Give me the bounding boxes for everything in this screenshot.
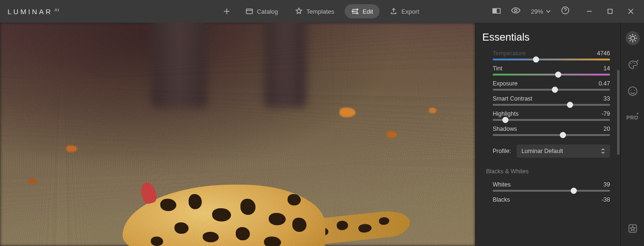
tool-essentials[interactable] [626,31,640,45]
profile-selected: Luminar Default [521,148,563,154]
slider-whites: Whites 39 [493,181,610,192]
slider-value: -79 [602,110,610,117]
profile-row: Profile: Luminar Default [493,144,610,158]
slider-value: 0.47 [599,80,610,87]
svg-point-9 [631,36,635,40]
panel-scrollbar[interactable] [617,70,619,155]
minimize-button[interactable] [584,6,595,17]
slider-thumb[interactable] [533,57,539,63]
slider-value: 14 [603,65,610,72]
slider-thumb[interactable] [555,72,561,78]
slider-label: Tint [493,65,502,72]
section-blacks-whites: Blacks & Whites [486,168,610,175]
edit-icon [351,8,359,15]
svg-point-2 [352,11,354,12]
export-icon [390,8,397,15]
catalog-icon [246,8,253,15]
slider-thumb[interactable] [560,132,566,138]
profile-select[interactable]: Luminar Default [517,144,610,158]
zoom-control[interactable]: 29% [531,8,551,15]
plus-icon [223,8,231,15]
slider-track[interactable] [493,59,610,60]
slider-exposure: Exposure 0.47 [493,80,610,91]
window-controls [584,6,636,17]
nav-catalog-label: Catalog [257,8,278,15]
slider-label: Highlights [493,110,519,117]
slider-value: 4746 [597,50,610,57]
svg-point-6 [514,9,517,12]
close-button[interactable] [625,6,636,17]
svg-point-11 [632,62,633,63]
tool-strip: PRO [620,23,644,246]
chevron-down-icon [546,10,551,13]
nav-templates-label: Templates [306,8,334,15]
logo-suffix: AI [55,8,60,12]
slider-track[interactable] [493,134,610,136]
top-right-controls: 29% [492,6,636,17]
top-bar: LUMINAR AI Catalog Templates Edit [0,0,644,23]
panel-title: Essentials [482,31,610,43]
svg-point-12 [634,63,635,64]
top-nav: Catalog Templates Edit Export [218,4,426,18]
slider-thumb[interactable] [552,87,558,93]
slider-blacks: Blacks -38 [493,196,610,203]
slider-label: Whites [493,181,511,188]
svg-point-15 [634,90,635,91]
image-canvas[interactable] [0,23,475,246]
svg-point-13 [628,87,637,95]
slider-thumb[interactable] [503,117,509,123]
slider-shadows: Shadows 20 [493,126,610,136]
edit-panel: Essentials Temperature 4746 Tint 14 [475,23,620,246]
compare-icon[interactable] [492,7,501,16]
add-button[interactable] [218,4,235,18]
svg-rect-5 [496,8,500,14]
slider-value: -38 [602,196,610,203]
slider-label: Shadows [493,126,517,132]
slider-label: Blacks [493,196,510,203]
slider-tint: Tint 14 [493,65,610,76]
slider-track[interactable] [493,89,610,91]
tool-creative[interactable] [626,58,640,72]
slider-track[interactable] [493,74,610,76]
app-logo: LUMINAR AI [8,8,59,16]
slider-track[interactable] [493,119,610,121]
nav-catalog[interactable]: Catalog [239,4,285,18]
slider-group: Temperature 4746 Tint 14 Exposure [482,50,610,136]
slider-group-bw: Whites 39 Blacks -38 [482,181,610,203]
slider-smart-contrast: Smart Contrast 33 [493,95,610,106]
nav-templates[interactable]: Templates [289,4,341,18]
svg-rect-0 [246,9,252,14]
slider-label: Temperature [493,50,526,57]
tool-portrait[interactable] [626,84,640,98]
slider-value: 20 [603,126,610,132]
nav-export-label: Export [401,8,419,15]
slider-track[interactable] [493,104,610,106]
nav-edit[interactable]: Edit [345,4,380,18]
slider-label: Smart Contrast [493,95,532,102]
nav-edit-label: Edit [363,8,373,15]
templates-icon [295,8,303,15]
help-icon[interactable] [561,6,570,17]
logo-text: LUMINAR [8,8,53,16]
zoom-value: 29% [531,8,543,15]
slider-thumb[interactable] [570,188,577,194]
svg-point-1 [357,9,358,10]
svg-point-10 [630,63,631,64]
tool-local-mask[interactable] [626,221,640,236]
nav-export[interactable]: Export [383,4,426,18]
tool-pro[interactable]: PRO [626,110,640,125]
slider-value: 33 [603,95,610,102]
slider-track[interactable] [493,190,610,192]
svg-point-14 [630,90,631,91]
profile-label: Profile: [493,148,511,154]
edited-photo [0,23,475,246]
slider-highlights: Highlights -79 [493,110,610,121]
svg-point-3 [357,13,358,14]
main-content: Essentials Temperature 4746 Tint 14 [0,23,644,246]
slider-thumb[interactable] [567,102,573,108]
svg-rect-4 [492,8,496,14]
slider-value: 39 [603,181,610,188]
maximize-button[interactable] [604,6,616,17]
updown-icon [601,148,605,154]
eye-icon[interactable] [511,7,520,16]
